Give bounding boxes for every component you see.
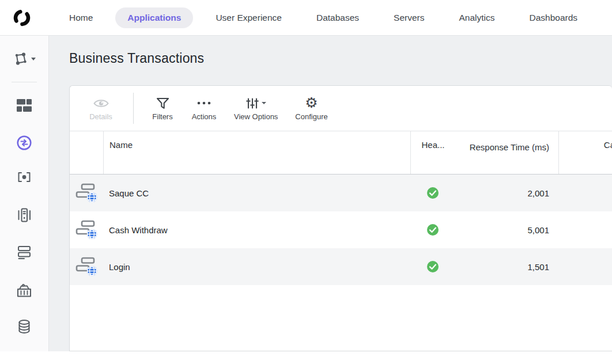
response-time-value: 1,501: [455, 262, 558, 272]
filters-label: Filters: [152, 112, 172, 121]
viewport-bottom-strip: [0, 351, 612, 364]
containers-icon: [16, 282, 32, 298]
nav-databases[interactable]: Databases: [316, 13, 359, 23]
transaction-type-icon: [70, 256, 103, 277]
header-icon-column: [70, 131, 103, 174]
filter-funnel-icon: [156, 96, 169, 111]
chevron-down-icon: [262, 102, 266, 104]
eye-icon: [93, 96, 109, 111]
nav-dashboards[interactable]: Dashboards: [530, 13, 578, 23]
table-row[interactable]: Login 1,501: [70, 248, 612, 285]
sidebar-item-business-transactions[interactable]: [0, 135, 48, 151]
health-ok-icon: [410, 260, 455, 273]
view-options-button[interactable]: View Options: [234, 96, 278, 121]
remote-services-icon: [17, 245, 32, 260]
service-endpoints-icon: [17, 172, 32, 183]
flow-map-icon: [13, 52, 29, 66]
table-row[interactable]: Saque CC 2,001: [70, 175, 612, 211]
sidebar-item-remote-services[interactable]: [0, 245, 48, 260]
table-toolbar: Details Filters: [70, 86, 612, 131]
sidebar-item-containers[interactable]: [0, 282, 48, 298]
nav-applications[interactable]: Applications: [115, 7, 193, 28]
tiers-nodes-icon: [17, 207, 32, 223]
sidebar-item-databases[interactable]: [0, 319, 48, 334]
databases-icon: [17, 319, 31, 334]
header-response-time[interactable]: Response Time (ms): [455, 131, 558, 174]
gear-icon: ⚙: [305, 96, 318, 111]
transaction-name[interactable]: Saque CC: [103, 188, 410, 198]
page-title: Business Transactions: [69, 51, 204, 66]
nav-home[interactable]: Home: [69, 13, 93, 23]
filters-button[interactable]: Filters: [149, 96, 176, 121]
details-button[interactable]: Details: [87, 96, 115, 121]
health-ok-icon: [410, 187, 455, 199]
configure-button[interactable]: ⚙ Configure: [295, 96, 327, 121]
header-health[interactable]: Hea...: [410, 131, 455, 174]
sidebar-item-dashboard[interactable]: [0, 99, 48, 112]
sliders-icon: [246, 96, 266, 111]
business-transactions-icon: [16, 135, 32, 151]
transaction-type-icon: [70, 219, 103, 240]
business-transactions-panel: Details Filters: [69, 85, 612, 351]
sidebar-item-flow-map[interactable]: [0, 52, 48, 66]
dashboard-grid-icon: [17, 99, 32, 112]
left-sidebar: [0, 36, 49, 351]
ellipsis-icon: [197, 96, 211, 111]
transaction-type-icon: [70, 183, 103, 203]
response-time-value: 2,001: [455, 188, 558, 198]
nav-user-experience[interactable]: User Experience: [216, 13, 282, 23]
main-content: Business Transactions Details: [49, 36, 612, 351]
appdynamics-logo-icon[interactable]: [12, 7, 32, 28]
health-ok-icon: [410, 223, 455, 236]
transaction-name[interactable]: Cash Withdraw: [103, 225, 410, 235]
toolbar-divider: [133, 93, 134, 124]
sidebar-divider: [12, 82, 37, 82]
view-options-label: View Options: [234, 112, 278, 121]
chevron-down-icon: [31, 58, 36, 60]
nav-analytics[interactable]: Analytics: [459, 13, 494, 23]
details-label: Details: [89, 112, 112, 121]
top-bar: Home Applications User Experience Databa…: [0, 0, 612, 36]
header-name[interactable]: Name: [103, 131, 410, 174]
primary-nav: Home Applications User Experience Databa…: [69, 0, 577, 36]
transaction-name[interactable]: Login: [103, 262, 410, 272]
response-time-value: 5,001: [455, 225, 558, 235]
actions-button[interactable]: Actions: [190, 96, 218, 121]
table-header: Name Hea... Response Time (ms) Calls: [70, 131, 612, 175]
sidebar-item-service-endpoints[interactable]: [0, 172, 48, 183]
actions-label: Actions: [192, 112, 217, 121]
sidebar-item-tiers-nodes[interactable]: [0, 207, 48, 223]
table-row[interactable]: Cash Withdraw 5,001: [70, 211, 612, 248]
header-calls[interactable]: Calls: [558, 131, 612, 174]
nav-servers[interactable]: Servers: [394, 13, 424, 23]
configure-label: Configure: [295, 112, 327, 121]
